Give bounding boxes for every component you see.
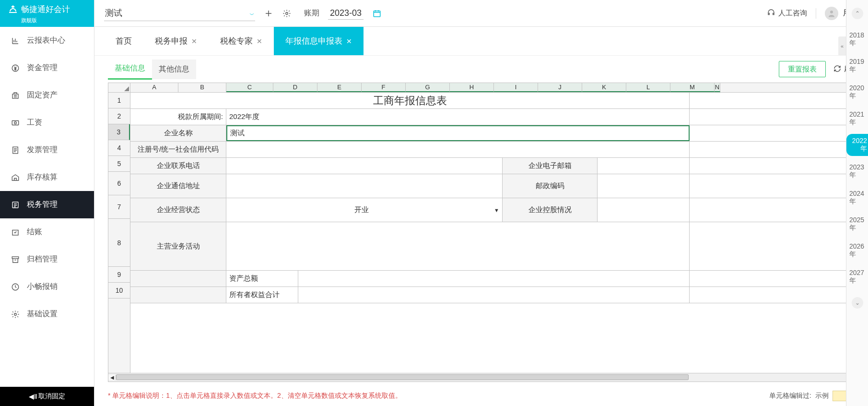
col-header-F[interactable]: F [362, 83, 406, 92]
row-header-2[interactable]: 2 [108, 108, 130, 124]
addr-value-cell[interactable] [226, 174, 503, 198]
year-2026年[interactable]: 2026年 [846, 239, 868, 262]
row-header-10[interactable]: 10 [108, 283, 130, 299]
sidebar-item-close[interactable]: 结账 [0, 218, 94, 246]
row-header-4[interactable]: 4 [108, 140, 130, 156]
close-icon[interactable]: ✕ [191, 37, 197, 45]
row-header-9[interactable]: 9 [108, 267, 130, 283]
company-label-cell: 企业名称 [130, 125, 226, 141]
menu-label: 税务管理 [27, 200, 58, 210]
sidebar-item-asset[interactable]: 固定资产 [0, 82, 94, 109]
col-header-J[interactable]: J [538, 83, 582, 92]
holding-label-cell: 企业控股情况 [503, 198, 598, 222]
brand-icon [7, 3, 19, 16]
unpin-label: 取消固定 [38, 392, 65, 401]
period-label: 账期 [304, 8, 319, 18]
col-header-G[interactable]: G [406, 83, 450, 92]
h-scroll-thumb[interactable] [116, 374, 689, 380]
period-value[interactable]: 2023-03 [328, 7, 364, 20]
col-header-A[interactable]: A [130, 83, 178, 92]
tab-label: 首页 [116, 36, 132, 47]
status-value-cell[interactable]: 开业▼ [226, 198, 503, 222]
col-header-B[interactable]: B [178, 83, 226, 92]
email-value-cell[interactable] [598, 158, 690, 174]
col-header-M[interactable]: M [670, 83, 715, 92]
col-header-C[interactable]: C [226, 83, 273, 92]
col-header-I[interactable]: I [494, 83, 538, 92]
sidebar-item-salary[interactable]: 工资 [0, 109, 94, 136]
company-selector[interactable]: 测试 ⌵ [104, 5, 255, 21]
sidebar-item-chart[interactable]: 云报表中心 [0, 27, 94, 54]
add-icon[interactable] [264, 9, 273, 18]
unpin-button[interactable]: ◀Ⅱ 取消固定 [0, 387, 94, 406]
year-2019年[interactable]: 2019年 [846, 55, 868, 77]
col-header-L[interactable]: L [626, 83, 670, 92]
sidebar-item-stock[interactable]: 库存核算 [0, 164, 94, 191]
chart-icon [11, 36, 20, 46]
year-2021年[interactable]: 2021年 [846, 107, 868, 130]
holding-value-cell[interactable] [598, 198, 690, 222]
collapse-handle[interactable]: « [838, 36, 846, 56]
row-header-6[interactable]: 6 [108, 172, 130, 195]
row-header-1[interactable]: 1 [108, 93, 130, 108]
gear-icon[interactable] [282, 9, 292, 18]
equity-value-cell[interactable] [298, 287, 690, 303]
calendar-icon[interactable] [372, 9, 382, 18]
col-header-K[interactable]: K [582, 83, 626, 92]
mainbiz-value-cell[interactable] [226, 222, 690, 270]
menu-label: 归档管理 [27, 254, 58, 264]
tab-3[interactable]: 年报信息申报表✕ [274, 27, 364, 55]
collapse-icon[interactable]: ⌄ [852, 297, 863, 309]
phone-value-cell[interactable] [226, 158, 503, 174]
content: 基础信息 其他信息 重置报表 刷新 ABCDEFGHIJKLMN [94, 56, 868, 406]
reset-button[interactable]: 重置报表 [779, 61, 826, 77]
sidebar-item-invoice[interactable]: 发票管理 [0, 136, 94, 164]
col-header-D[interactable]: D [273, 83, 317, 92]
tab-0[interactable]: 首页 [104, 27, 143, 55]
sidebar-item-money[interactable]: 资金管理 [0, 54, 94, 82]
row-header-3[interactable]: 3 [108, 124, 130, 140]
svg-rect-7 [12, 257, 19, 259]
expand-icon[interactable]: ⌃ [852, 8, 863, 19]
sidebar-item-expense[interactable]: 小畅报销 [0, 273, 94, 300]
col-header-H[interactable]: H [450, 83, 494, 92]
zip-value-cell[interactable] [598, 174, 690, 198]
avatar[interactable] [825, 7, 838, 20]
reg-value-cell[interactable] [226, 142, 690, 157]
tab-1[interactable]: 税务申报✕ [143, 27, 209, 55]
menu-label: 云报表中心 [27, 36, 65, 46]
row-header-7[interactable]: 7 [108, 195, 130, 219]
h-scroll-track[interactable] [116, 373, 850, 382]
select-all-corner[interactable] [108, 83, 130, 92]
row-header-8[interactable]: 8 [108, 219, 130, 267]
tab-2[interactable]: 税检专家✕ [209, 27, 274, 55]
scroll-left-icon[interactable]: ◀ [108, 375, 116, 380]
sidebar-item-tax[interactable]: 税务管理 [0, 191, 94, 218]
company-name: 测试 [105, 7, 122, 19]
row-header-5[interactable]: 5 [108, 156, 130, 172]
subtab-other[interactable]: 其他信息 [152, 60, 196, 79]
period-label-cell: 税款所属期间: [130, 109, 226, 125]
col-header-N[interactable]: N [715, 83, 720, 92]
subtab-basic[interactable]: 基础信息 [108, 59, 152, 80]
svg-point-12 [830, 11, 833, 13]
year-2022年[interactable]: 2022年 [846, 134, 868, 156]
help-button[interactable]: 人工咨询 [767, 8, 807, 18]
horizontal-scrollbar[interactable]: ◀ ▶ [108, 373, 858, 382]
year-2020年[interactable]: 2020年 [846, 81, 868, 103]
company-value-cell[interactable]: 测试 [226, 125, 690, 141]
period-value-cell[interactable]: 2022年度 [226, 109, 690, 125]
asset-value-cell[interactable] [298, 271, 690, 287]
sidebar-item-archive[interactable]: 归档管理 [0, 246, 94, 273]
sidebar-item-setting[interactable]: 基础设置 [0, 300, 94, 328]
close-icon[interactable]: ✕ [257, 37, 262, 45]
year-2027年[interactable]: 2027年 [846, 266, 868, 288]
svg-point-9 [14, 313, 17, 315]
year-2025年[interactable]: 2025年 [846, 213, 868, 235]
year-2018年[interactable]: 2018年 [846, 28, 868, 50]
year-2023年[interactable]: 2023年 [846, 160, 868, 182]
menu-label: 发票管理 [27, 145, 58, 155]
close-icon[interactable]: ✕ [346, 37, 352, 45]
col-header-E[interactable]: E [317, 83, 362, 92]
year-2024年[interactable]: 2024年 [846, 187, 868, 209]
